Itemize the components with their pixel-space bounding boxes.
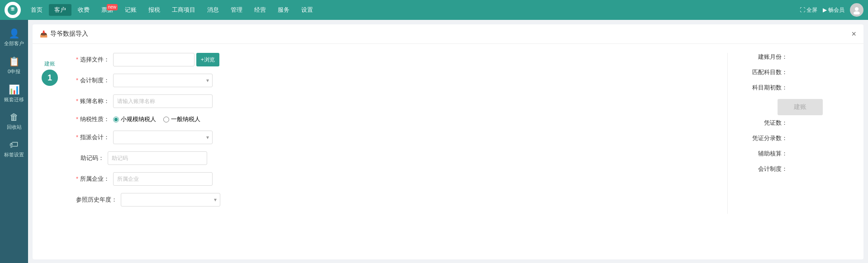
nav-tax[interactable]: 报税 bbox=[143, 4, 166, 16]
small-taxpayer-label: 小规模纳税人 bbox=[121, 115, 156, 123]
left-form: 选择文件： +浏览 会计制度： bbox=[76, 53, 705, 214]
voucher-count-label: 凭证数： bbox=[750, 119, 791, 127]
ledger-name-label: 账簿名称： bbox=[76, 97, 113, 105]
step-section: 建账 1 bbox=[42, 53, 58, 214]
reference-year-select[interactable] bbox=[121, 193, 220, 207]
nav-bookkeeping[interactable]: 记账 bbox=[119, 4, 142, 16]
sidebar-label-all-customers: 全部客户 bbox=[4, 40, 24, 47]
svg-point-1 bbox=[855, 7, 859, 11]
sidebar-item-trash[interactable]: 🗑 回收站 bbox=[0, 108, 28, 135]
dialog-header: 📥 导爷数据导入 × bbox=[33, 24, 863, 44]
step-circle: 1 bbox=[42, 70, 58, 86]
accounting-system-right-label: 会计制度： bbox=[750, 165, 791, 173]
tax-type-row: 纳税性质： 小规模纳税人 一般纳税人 bbox=[76, 115, 705, 123]
declaration-icon: 📋 bbox=[9, 56, 20, 67]
sidebar-item-all-customers[interactable]: 👤 全部客户 bbox=[0, 23, 28, 52]
company-row: 所属企业： bbox=[76, 172, 705, 186]
reference-year-select-wrapper bbox=[121, 193, 220, 207]
voucher-entries-label: 凭证分录数： bbox=[750, 134, 791, 142]
match-subjects-row: 匹配科目数： bbox=[750, 68, 850, 76]
sidebar-label-migration: 账套迁移 bbox=[4, 96, 24, 103]
build-button[interactable]: 建账 bbox=[778, 99, 823, 115]
right-form: 建账月份： 匹配科目数： 科目期初数： 建账 bbox=[750, 53, 850, 214]
sidebar-label-tags: 标签设置 bbox=[4, 151, 24, 158]
sidebar-label-declaration: 0申报 bbox=[8, 68, 20, 75]
mnemonic-code-label: 助记码： bbox=[76, 154, 108, 162]
tax-type-radio-group: 小规模纳税人 一般纳税人 bbox=[113, 115, 200, 123]
company-label: 所属企业： bbox=[76, 175, 113, 183]
sidebar-item-declaration[interactable]: 📋 0申报 bbox=[0, 52, 28, 80]
mnemonic-code-input[interactable] bbox=[108, 151, 207, 165]
member-button[interactable]: ▶ 畅会员 bbox=[823, 6, 844, 14]
file-label: 选择文件： bbox=[76, 56, 113, 64]
accounting-system-row: 会计制度： bbox=[76, 74, 705, 87]
new-badge: new bbox=[107, 4, 118, 10]
accounting-system-select-wrapper bbox=[113, 74, 213, 87]
assign-accountant-select-wrapper bbox=[113, 131, 213, 144]
nav-service[interactable]: 服务 bbox=[272, 4, 295, 16]
reference-year-row: 参照历史年度： bbox=[76, 193, 705, 207]
import-icon: 📥 bbox=[40, 30, 47, 38]
ledger-name-input[interactable] bbox=[113, 94, 213, 108]
nav-manage[interactable]: 管理 bbox=[225, 4, 248, 16]
nav-home[interactable]: 首页 bbox=[25, 4, 48, 16]
voucher-count-row: 凭证数： bbox=[750, 119, 850, 127]
radio-general-taxpayer[interactable]: 一般纳税人 bbox=[163, 115, 200, 123]
nav-operation[interactable]: 经营 bbox=[249, 4, 271, 16]
assign-accountant-label: 指派会计： bbox=[76, 133, 113, 141]
form-divider bbox=[727, 53, 728, 214]
file-input-group: +浏览 bbox=[113, 53, 219, 66]
sidebar-item-migration[interactable]: 📊 账套迁移 bbox=[0, 80, 28, 108]
general-taxpayer-label: 一般纳税人 bbox=[171, 115, 200, 123]
reference-year-label: 参照历史年度： bbox=[76, 196, 121, 204]
tag-icon: 🏷 bbox=[9, 140, 19, 150]
form-area: 建账 1 选择文件： +浏览 bbox=[33, 44, 863, 223]
nav-right-actions: ⛶ 全屏 ▶ 畅会员 bbox=[800, 3, 863, 17]
aux-accounting-row: 辅助核算： bbox=[750, 150, 850, 158]
accounting-system-right-row: 会计制度： bbox=[750, 165, 850, 173]
top-navbar: 首页 客户 收费 票据 new 记账 报税 工商项目 消息 管理 经营 服务 设… bbox=[0, 0, 868, 20]
nav-customers[interactable]: 客户 bbox=[49, 4, 71, 16]
all-customers-icon: 👤 bbox=[9, 28, 20, 39]
tax-type-label: 纳税性质： bbox=[76, 115, 113, 123]
sidebar-label-trash: 回收站 bbox=[7, 124, 22, 131]
opening-balance-row: 科目期初数： bbox=[750, 84, 850, 92]
avatar[interactable] bbox=[850, 3, 863, 17]
logo[interactable] bbox=[5, 2, 21, 18]
browse-button[interactable]: +浏览 bbox=[196, 53, 219, 66]
svg-point-2 bbox=[854, 11, 860, 14]
nav-message[interactable]: 消息 bbox=[202, 4, 224, 16]
migration-icon: 📊 bbox=[9, 84, 20, 95]
company-input[interactable] bbox=[113, 172, 213, 186]
file-text-input[interactable] bbox=[113, 53, 194, 66]
fullscreen-button[interactable]: ⛶ 全屏 bbox=[800, 6, 817, 14]
nav-settings[interactable]: 设置 bbox=[296, 4, 318, 16]
radio-small-taxpayer[interactable]: 小规模纳税人 bbox=[113, 115, 156, 123]
main-content: 📥 导爷数据导入 × 建账 1 选择文件： bbox=[28, 20, 868, 263]
step-label: 建账 bbox=[44, 60, 55, 68]
sidebar: 👤 全部客户 📋 0申报 📊 账套迁移 🗑 回收站 🏷 标签设置 bbox=[0, 20, 28, 263]
trash-icon: 🗑 bbox=[9, 112, 19, 122]
main-layout: 👤 全部客户 📋 0申报 📊 账套迁移 🗑 回收站 🏷 标签设置 📥 导爷 bbox=[0, 20, 868, 263]
close-button[interactable]: × bbox=[851, 30, 856, 38]
ledger-name-row: 账簿名称： bbox=[76, 94, 705, 108]
opening-balance-label: 科目期初数： bbox=[750, 84, 791, 92]
sidebar-item-tags[interactable]: 🏷 标签设置 bbox=[0, 135, 28, 163]
nav-business[interactable]: 工商项目 bbox=[166, 4, 201, 16]
build-btn-area: 建账 bbox=[750, 99, 850, 115]
aux-accounting-label: 辅助核算： bbox=[750, 150, 791, 158]
nav-fees[interactable]: 收费 bbox=[72, 4, 95, 16]
build-month-row: 建账月份： bbox=[750, 53, 850, 61]
assign-accountant-row: 指派会计： bbox=[76, 131, 705, 144]
mnemonic-code-row: 助记码： bbox=[76, 151, 705, 165]
nav-menu: 首页 客户 收费 票据 new 记账 报税 工商项目 消息 管理 经营 服务 设… bbox=[25, 4, 800, 16]
match-subjects-label: 匹配科目数： bbox=[750, 68, 791, 76]
accounting-system-select[interactable] bbox=[113, 74, 213, 87]
nav-tickets[interactable]: 票据 new bbox=[96, 4, 119, 16]
voucher-entries-row: 凭证分录数： bbox=[750, 134, 850, 142]
dialog-title: 📥 导爷数据导入 bbox=[40, 30, 88, 38]
build-month-label: 建账月份： bbox=[750, 53, 791, 61]
import-dialog: 📥 导爷数据导入 × 建账 1 选择文件： bbox=[33, 24, 863, 259]
accounting-system-label: 会计制度： bbox=[76, 76, 113, 85]
assign-accountant-select[interactable] bbox=[113, 131, 213, 144]
